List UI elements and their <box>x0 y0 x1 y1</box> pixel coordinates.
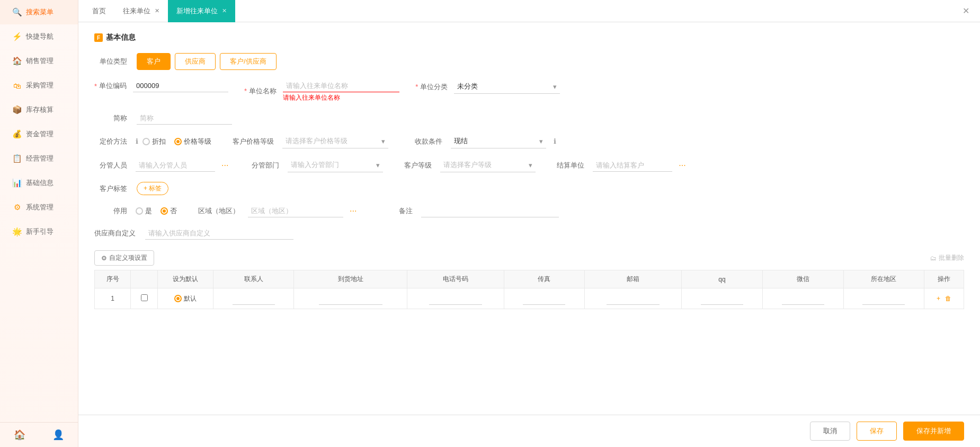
sidebar-item-label: 新手引导 <box>26 227 54 236</box>
sidebar-item-system[interactable]: ⚙ 系统管理 <box>0 195 78 220</box>
sidebar-item-operations[interactable]: 📋 经营管理 <box>0 146 78 171</box>
manager-input[interactable] <box>136 159 215 172</box>
row-phone[interactable] <box>407 288 504 309</box>
row-wechat[interactable] <box>762 288 843 309</box>
customer-level-caret: ▾ <box>529 161 532 169</box>
col-wechat: 微信 <box>762 270 843 288</box>
disabled-no-circle <box>161 207 168 215</box>
department-label: 分管部门 <box>246 161 283 170</box>
pricing-discount-radio[interactable]: 折扣 <box>142 137 166 146</box>
row-fax[interactable] <box>504 288 585 309</box>
col-email: 邮箱 <box>585 270 682 288</box>
sidebar-item-purchase[interactable]: 🛍 采购管理 <box>0 73 78 98</box>
batch-delete-icon: 🗂 <box>930 255 937 262</box>
supplier-custom-label: 供应商自定义 <box>94 229 140 238</box>
unit-category-select[interactable]: 未分类 ▾ <box>454 80 560 94</box>
payment-terms-label: 收款条件 <box>409 137 447 146</box>
settlement-unit-label: 结算单位 <box>551 161 589 170</box>
row-region[interactable] <box>843 288 924 309</box>
short-name-input[interactable] <box>137 112 232 125</box>
unit-name-error: 请输入往来单位名称 <box>283 93 399 102</box>
quicknav-icon: ⚡ <box>12 32 22 41</box>
custom-settings-button[interactable]: ⚙ 自定义项设置 <box>94 250 154 266</box>
manager-more[interactable]: ··· <box>219 161 230 170</box>
contacts-table: 序号 设为默认 联系人 到货地址 电话号码 传真 邮箱 qq 微信 所在地区 操… <box>94 270 964 309</box>
payment-terms-select[interactable]: 现结 ▾ <box>451 134 546 148</box>
region-more[interactable]: ··· <box>348 206 359 216</box>
pricing-level-radio[interactable]: 价格等级 <box>174 137 211 146</box>
sidebar-item-search[interactable]: 🔍 搜索菜单 <box>0 0 78 24</box>
unit-category-caret: ▾ <box>553 83 557 91</box>
row-contact[interactable] <box>213 288 294 309</box>
purchase-icon: 🛍 <box>12 81 22 90</box>
disabled-yes-label: 是 <box>145 206 152 216</box>
disabled-yes-radio[interactable]: 是 <box>136 206 152 216</box>
tab-counterparty-close[interactable]: ✕ <box>155 7 159 14</box>
save-new-button[interactable]: 保存并新增 <box>903 422 964 441</box>
sidebar-item-quicknav[interactable]: ⚡ 快捷导航 <box>0 24 78 49</box>
sidebar-item-label: 经营管理 <box>26 154 54 163</box>
payment-terms-info[interactable]: ℹ <box>554 137 556 145</box>
row-add-btn[interactable]: + <box>937 295 940 302</box>
supplier-custom-input[interactable] <box>145 227 293 240</box>
remark-input[interactable] <box>421 205 559 217</box>
guide-icon: 🌟 <box>12 227 22 236</box>
row-check-input[interactable] <box>141 294 148 301</box>
region-input[interactable] <box>248 205 343 217</box>
pricing-method-info[interactable]: ℹ <box>136 137 138 145</box>
unit-type-group: 客户 供应商 客户/供应商 <box>137 53 277 70</box>
batch-delete-btn[interactable]: 🗂 批量删除 <box>930 253 964 262</box>
unit-type-customer[interactable]: 客户 <box>137 53 171 70</box>
row-delete-btn[interactable]: 🗑 <box>945 295 951 302</box>
department-select[interactable]: 请输入分管部门 ▾ <box>288 158 383 172</box>
tab-new-counterparty-label: 新增往来单位 <box>176 6 218 16</box>
tab-close-all[interactable]: ✕ <box>957 6 975 16</box>
sales-icon: 🏠 <box>12 56 22 66</box>
sidebar-item-basic[interactable]: 📊 基础信息 <box>0 171 78 195</box>
customer-tag-row: 客户标签 + 标签 <box>94 182 964 195</box>
unit-code-input[interactable] <box>133 80 228 92</box>
disabled-region-row: 停用 是 否 区域（地区） ··· 备注 <box>94 205 964 217</box>
sidebar-item-finance[interactable]: 💰 资金管理 <box>0 122 78 146</box>
user-bottom-btn[interactable]: 👤 <box>39 423 78 447</box>
table-row: 1 默认 <box>95 288 964 309</box>
settlement-unit-more[interactable]: ··· <box>676 161 688 170</box>
disabled-no-radio[interactable]: 否 <box>161 206 177 216</box>
manager-row: 分管人员 ··· 分管部门 请输入分管部门 ▾ 客户等级 请选择客户等级 ▾ 结… <box>94 158 964 172</box>
unit-code-field: * 单位编码 <box>94 80 228 92</box>
tab-new-counterparty-close[interactable]: ✕ <box>222 7 227 14</box>
unit-category-field: * 单位分类 未分类 ▾ <box>415 80 560 94</box>
disabled-label: 停用 <box>94 206 131 216</box>
row-qq[interactable] <box>682 288 763 309</box>
add-tag-button[interactable]: + 标签 <box>137 182 168 195</box>
settlement-unit-input[interactable] <box>593 159 672 172</box>
payment-terms-field: 收款条件 现结 ▾ ℹ <box>409 134 556 148</box>
sidebar-item-inventory[interactable]: 📦 库存核算 <box>0 98 78 122</box>
row-address[interactable] <box>294 288 407 309</box>
sidebar-item-label: 资金管理 <box>26 129 54 139</box>
home-bottom-btn[interactable]: 🏠 <box>0 423 39 447</box>
customer-level-placeholder: 请选择客户等级 <box>443 160 492 170</box>
finance-icon: 💰 <box>12 129 22 139</box>
tab-home-label: 首页 <box>92 6 106 16</box>
unit-type-both[interactable]: 客户/供应商 <box>220 53 277 70</box>
row-default-radio[interactable]: 默认 <box>163 294 207 303</box>
basic-icon: 📊 <box>12 178 22 188</box>
batch-delete-label: 批量删除 <box>939 253 964 262</box>
unit-code-label: 单位编码 <box>99 81 131 91</box>
unit-type-supplier[interactable]: 供应商 <box>175 53 216 70</box>
customer-price-level-select[interactable]: 请选择客户价格等级 ▾ <box>282 134 388 148</box>
tab-counterparty[interactable]: 往来单位 ✕ <box>114 0 168 22</box>
tab-new-counterparty[interactable]: 新增往来单位 ✕ <box>168 0 235 22</box>
cancel-button[interactable]: 取消 <box>810 422 850 441</box>
tab-home[interactable]: 首页 <box>84 0 114 22</box>
row-email[interactable] <box>585 288 682 309</box>
unit-category-value: 未分类 <box>457 82 478 91</box>
unit-name-input[interactable] <box>283 80 399 92</box>
sidebar-bottom: 🏠 👤 <box>0 422 78 447</box>
save-button[interactable]: 保存 <box>857 422 897 441</box>
sidebar-item-sales[interactable]: 🏠 销售管理 <box>0 49 78 73</box>
sidebar-item-guide[interactable]: 🌟 新手引导 <box>0 220 78 244</box>
row-checkbox[interactable] <box>131 288 158 309</box>
customer-level-select[interactable]: 请选择客户等级 ▾ <box>440 158 536 172</box>
